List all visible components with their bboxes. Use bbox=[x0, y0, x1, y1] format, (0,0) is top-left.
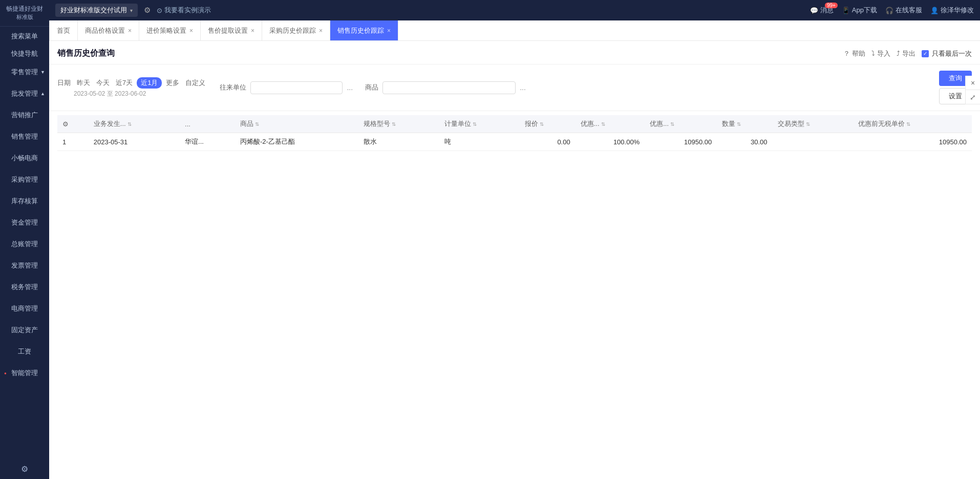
col-biz-date[interactable]: 业务发生... ⇅ bbox=[89, 115, 180, 133]
close-panel-button[interactable]: × bbox=[966, 76, 980, 90]
message-button[interactable]: 💬 消息 99+ bbox=[810, 6, 834, 15]
cell-quantity: 30.00 bbox=[717, 133, 772, 151]
app-logo: 畅捷通好业财 标准版 bbox=[0, 0, 49, 27]
export-button[interactable]: ⤴ 导出 bbox=[897, 49, 915, 58]
module-selector[interactable]: 好业财标准版交付试用 ▾ bbox=[55, 4, 138, 17]
col-discount2[interactable]: 优惠... ⇅ bbox=[645, 115, 717, 133]
col-pretax-price-sort[interactable]: 优惠前无税单价 ⇅ bbox=[858, 119, 967, 128]
sidebar-item-invoice[interactable]: 发票管理 bbox=[0, 255, 49, 276]
sidebar-item-search[interactable]: 搜索菜单 bbox=[0, 27, 49, 46]
help-button[interactable]: ？ 帮助 bbox=[843, 49, 865, 58]
topbar-settings-button[interactable]: ⚙ bbox=[142, 4, 153, 17]
user-profile-button[interactable]: 👤 徐泽华修改 bbox=[930, 6, 974, 15]
gear-icon: ⚙ bbox=[62, 120, 69, 128]
sidebar-item-finance[interactable]: 资金管理 bbox=[0, 212, 49, 233]
col-spec[interactable]: 规格型号 ⇅ bbox=[358, 115, 439, 133]
col-quantity[interactable]: 数量 ⇅ bbox=[717, 115, 772, 133]
date-option-more[interactable]: 更多 bbox=[164, 77, 181, 89]
date-option-1month[interactable]: 近1月 bbox=[137, 77, 162, 89]
tab-home[interactable]: 首页 bbox=[49, 20, 78, 41]
date-options: 昨天 今天 近7天 近1月 更多 自定义 bbox=[75, 77, 207, 89]
tab-purchase-strategy-close[interactable]: × bbox=[189, 27, 193, 34]
col-discount1[interactable]: 优惠... ⇅ bbox=[576, 115, 645, 133]
tab-sale-extract[interactable]: 售价提取设置 × bbox=[201, 20, 262, 41]
col-quantity-sort[interactable]: 数量 ⇅ bbox=[722, 119, 767, 128]
sidebar-item-wholesale[interactable]: 批发管理 bbox=[0, 83, 49, 104]
source-unit-dots-button[interactable]: ... bbox=[347, 83, 353, 92]
tab-sale-extract-close[interactable]: × bbox=[251, 27, 254, 34]
message-badge: 99+ bbox=[825, 3, 838, 8]
date-option-yesterday[interactable]: 昨天 bbox=[75, 77, 92, 89]
app-name: 畅捷通好业财 bbox=[4, 5, 45, 13]
tab-sales-history-close[interactable]: × bbox=[387, 27, 391, 34]
col-unit-sort[interactable]: 计量单位 ⇅ bbox=[444, 119, 515, 128]
sales-history-table: ⚙ 业务发生... ⇅ ... 商品 bbox=[57, 115, 972, 151]
source-unit-input[interactable] bbox=[250, 81, 343, 94]
sidebar: 畅捷通好业财 标准版 搜索菜单 快捷导航 零售管理 批发管理 营销推广 销售管理… bbox=[0, 0, 49, 479]
tab-purchase-history[interactable]: 采购历史价跟踪 × bbox=[262, 20, 330, 41]
sidebar-item-sales[interactable]: 销售管理 bbox=[0, 126, 49, 147]
date-option-7days[interactable]: 近7天 bbox=[114, 77, 135, 89]
col-discount1-sort[interactable]: 优惠... ⇅ bbox=[581, 119, 640, 128]
sidebar-bottom: ⚙ bbox=[0, 459, 49, 479]
sidebar-item-ledger[interactable]: 总账管理 bbox=[0, 233, 49, 255]
sort-icon-spec: ⇅ bbox=[392, 121, 396, 127]
table-row: 1 2023-05-31 华谊... 丙烯酸-2-乙基己酯 散水 吨 0.00 … bbox=[57, 133, 972, 151]
main-area: 好业财标准版交付试用 ▾ ⚙ 我要看实例演示 💬 消息 99+ 📱 App下载 … bbox=[49, 0, 980, 479]
col-price[interactable]: 报价 ⇅ bbox=[520, 115, 575, 133]
col-price-sort[interactable]: 报价 ⇅ bbox=[525, 119, 570, 128]
col-more[interactable]: ... bbox=[180, 115, 235, 133]
sidebar-item-inventory[interactable]: 库存核算 bbox=[0, 190, 49, 212]
online-service-label: 在线客服 bbox=[896, 6, 922, 15]
tab-product-price[interactable]: 商品价格设置 × bbox=[78, 20, 139, 41]
product-input[interactable] bbox=[382, 81, 516, 94]
col-product[interactable]: 商品 ⇅ bbox=[235, 115, 358, 133]
sidebar-settings-icon[interactable]: ⚙ bbox=[4, 464, 45, 474]
sidebar-item-tax[interactable]: 税务管理 bbox=[0, 276, 49, 298]
col-unit[interactable]: 计量单位 ⇅ bbox=[439, 115, 520, 133]
expand-panel-button[interactable]: ⤢ bbox=[966, 90, 980, 104]
col-pretax-price-label: 优惠前无税单价 bbox=[858, 119, 905, 128]
import-button[interactable]: ⤵ 导入 bbox=[871, 49, 890, 58]
page-title: 销售历史价查询 bbox=[57, 48, 115, 59]
sidebar-item-marketing[interactable]: 营销推广 bbox=[0, 104, 49, 126]
col-product-sort[interactable]: 商品 ⇅ bbox=[240, 119, 353, 128]
col-trade-type[interactable]: 交易类型 ⇅ bbox=[773, 115, 854, 133]
col-trade-type-label: 交易类型 bbox=[778, 119, 804, 128]
app-download-button[interactable]: 📱 App下载 bbox=[842, 6, 877, 15]
tab-sale-extract-label: 售价提取设置 bbox=[208, 26, 248, 35]
cell-discount2: 10950.00 bbox=[645, 133, 717, 151]
sidebar-item-smart[interactable]: 智能管理 bbox=[0, 362, 49, 384]
sidebar-item-retail[interactable]: 零售管理 bbox=[0, 61, 49, 83]
col-trade-type-sort[interactable]: 交易类型 ⇅ bbox=[778, 119, 848, 128]
sidebar-item-ecom-small[interactable]: 小畅电商 bbox=[0, 147, 49, 169]
sidebar-item-ecom[interactable]: 电商管理 bbox=[0, 298, 49, 319]
page-actions: ？ 帮助 ⤵ 导入 ⤴ 导出 ✓ 只看最后一次 bbox=[843, 49, 972, 58]
col-spec-sort[interactable]: 规格型号 ⇅ bbox=[364, 119, 434, 128]
online-service-button[interactable]: 🎧 在线客服 bbox=[885, 6, 922, 15]
col-biz-date-sort[interactable]: 业务发生... ⇅ bbox=[94, 119, 175, 128]
col-gear[interactable]: ⚙ bbox=[57, 115, 89, 133]
tab-purchase-strategy[interactable]: 进价策略设置 × bbox=[139, 20, 201, 41]
col-discount2-sort[interactable]: 优惠... ⇅ bbox=[650, 119, 712, 128]
export-icon: ⤴ bbox=[897, 50, 900, 57]
only-last-checkbox[interactable]: ✓ 只看最后一次 bbox=[922, 49, 972, 58]
col-pretax-price[interactable]: 优惠前无税单价 ⇅ bbox=[853, 115, 972, 133]
sidebar-item-quicknav[interactable]: 快捷导航 bbox=[0, 46, 49, 61]
date-option-custom[interactable]: 自定义 bbox=[183, 77, 207, 89]
tab-product-price-close[interactable]: × bbox=[128, 27, 132, 34]
filter-bar: 日期 昨天 今天 近7天 近1月 更多 自定义 2023-05-02 至 202… bbox=[49, 64, 980, 111]
sort-icon-discount1: ⇅ bbox=[601, 121, 605, 127]
data-table-container: ⚙ 业务发生... ⇅ ... 商品 bbox=[49, 115, 980, 151]
sidebar-item-purchase[interactable]: 采购管理 bbox=[0, 169, 49, 190]
online-service-icon: 🎧 bbox=[885, 7, 893, 14]
tab-purchase-history-close[interactable]: × bbox=[319, 27, 323, 34]
tab-sales-history[interactable]: 销售历史价跟踪 × bbox=[330, 20, 398, 41]
sidebar-item-payroll[interactable]: 工资 bbox=[0, 341, 49, 362]
checkbox-checked-icon: ✓ bbox=[922, 50, 929, 57]
sidebar-item-assets[interactable]: 固定资产 bbox=[0, 319, 49, 341]
tab-purchase-strategy-label: 进价策略设置 bbox=[146, 26, 186, 35]
product-dots-button[interactable]: ... bbox=[520, 83, 526, 92]
demo-button[interactable]: 我要看实例演示 bbox=[157, 6, 211, 15]
date-option-today[interactable]: 今天 bbox=[94, 77, 112, 89]
